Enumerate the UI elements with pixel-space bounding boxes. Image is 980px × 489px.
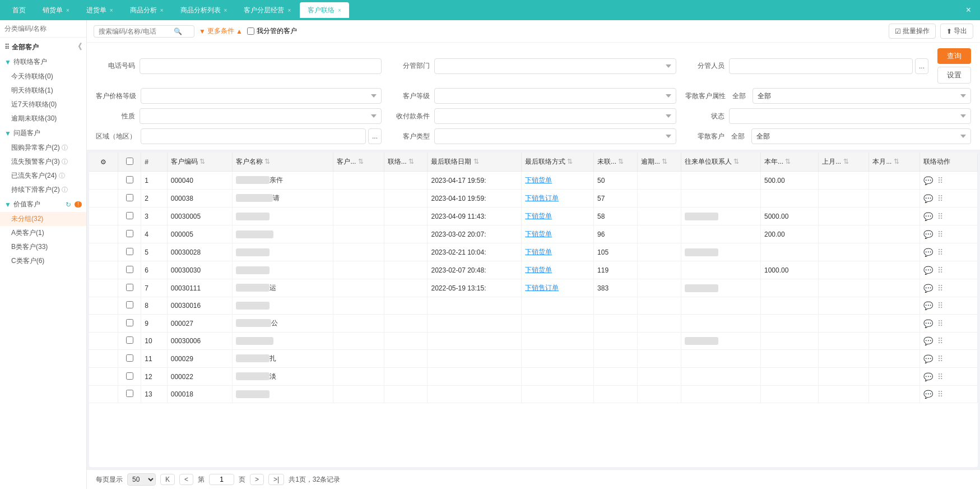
row-checkbox[interactable] (126, 390, 133, 397)
this-month-column-header[interactable]: 本月... ⇅ (869, 153, 919, 172)
sidebar-item-ungrouped[interactable]: 未分组(32) (0, 212, 86, 226)
menu-icon[interactable]: ⠿ (937, 212, 943, 221)
region-more-button[interactable]: ... (368, 128, 382, 144)
chat-icon[interactable]: 💬 (923, 372, 933, 381)
scatter-attr-select[interactable]: 全部 (753, 88, 971, 104)
chat-icon[interactable]: 💬 (923, 194, 933, 203)
price-level-select[interactable] (141, 88, 382, 104)
name-column-header[interactable]: 客户名称 ⇅ (232, 153, 333, 172)
tab-sales-order[interactable]: 销货单 × (35, 2, 77, 18)
type-column-header[interactable]: 客户... ⇅ (333, 153, 384, 172)
my-customers-checkbox-label[interactable]: 我分管的客户 (247, 26, 297, 36)
row-checkbox[interactable] (126, 319, 133, 326)
row-checkbox[interactable] (126, 301, 133, 308)
last-month-column-header[interactable]: 上月... ⇅ (819, 153, 869, 172)
last-method-link[interactable]: 下销售订单 (525, 194, 559, 202)
last-method-column-header[interactable]: 最后联络方式 ⇅ (522, 153, 594, 172)
sidebar-group-value[interactable]: ▼ 价值客户 ↻ ! (0, 197, 86, 212)
scatter-select[interactable]: 全部 (751, 128, 971, 144)
menu-icon[interactable]: ⠿ (937, 319, 943, 328)
sidebar-item-class-a[interactable]: A类客户(1) (0, 226, 86, 240)
settings-column-header[interactable]: ⚙ (89, 153, 118, 172)
last-method-link[interactable]: 下销售订单 (525, 284, 559, 292)
checkbox-cell[interactable] (118, 261, 141, 279)
checkbox-cell[interactable] (118, 386, 141, 403)
more-conditions-toggle[interactable]: ▼ 更多条件 ▲ (199, 26, 243, 36)
menu-icon[interactable]: ⠿ (937, 284, 943, 293)
row-checkbox[interactable] (126, 212, 133, 219)
row-checkbox[interactable] (126, 354, 133, 362)
prev-page-button[interactable]: < (179, 474, 193, 485)
close-icon[interactable]: × (287, 7, 291, 13)
chat-icon[interactable]: 💬 (923, 212, 933, 221)
sidebar-item-tomorrow[interactable]: 明天待联络(1) (0, 84, 86, 98)
tab-home[interactable]: 首页 (4, 2, 34, 18)
chat-icon[interactable]: 💬 (923, 319, 933, 328)
menu-icon[interactable]: ⠿ (937, 354, 943, 363)
last-method-link[interactable]: 下销货单 (525, 266, 552, 274)
sidebar-item-7days[interactable]: 近7天待联络(0) (0, 98, 86, 112)
query-button[interactable]: 查询 (937, 48, 971, 64)
search-icon[interactable]: 🔍 (174, 27, 182, 35)
row-checkbox[interactable] (126, 336, 133, 344)
chat-icon[interactable]: 💬 (923, 284, 933, 293)
menu-icon[interactable]: ⠿ (937, 176, 943, 185)
close-icon[interactable]: × (66, 7, 69, 13)
checkbox-column-header[interactable] (118, 153, 141, 172)
customer-level-select[interactable] (434, 88, 676, 104)
tab-customer-contact[interactable]: 客户联络 × (300, 2, 349, 18)
sidebar-group-pending[interactable]: ▼ 待联络客户 (0, 54, 86, 70)
checkbox-cell[interactable] (118, 243, 141, 261)
checkbox-cell[interactable] (118, 333, 141, 350)
region-input[interactable] (141, 128, 366, 144)
sidebar-item-class-c[interactable]: C类客户(6) (0, 254, 86, 268)
checkbox-cell[interactable] (118, 368, 141, 386)
search-input[interactable] (99, 27, 171, 35)
menu-icon[interactable]: ⠿ (937, 230, 943, 239)
select-all-checkbox[interactable] (126, 158, 133, 165)
first-page-button[interactable]: K (160, 474, 175, 485)
menu-icon[interactable]: ⠿ (937, 266, 943, 275)
row-checkbox[interactable] (126, 372, 133, 380)
row-checkbox[interactable] (126, 176, 133, 183)
checkbox-cell[interactable] (118, 172, 141, 190)
menu-icon[interactable]: ⠿ (937, 248, 943, 257)
reset-button[interactable]: 设置 (937, 67, 971, 84)
contact-column-header[interactable]: 联络... ⇅ (384, 153, 428, 172)
last-method-link[interactable]: 下销货单 (525, 176, 552, 184)
menu-icon[interactable]: ⠿ (937, 372, 943, 381)
export-button[interactable]: ⬆ 导出 (940, 24, 973, 39)
not-contacted-column-header[interactable]: 未联... ⇅ (594, 153, 638, 172)
row-checkbox[interactable] (126, 194, 133, 201)
checkbox-cell[interactable] (118, 190, 141, 207)
row-checkbox[interactable] (126, 248, 133, 255)
checkbox-cell[interactable] (118, 297, 141, 315)
chat-icon[interactable]: 💬 (923, 390, 933, 399)
close-icon[interactable]: × (224, 7, 227, 13)
payment-select[interactable] (434, 108, 676, 124)
customer-type-select[interactable] (434, 128, 676, 144)
page-number-input[interactable] (209, 474, 234, 485)
sidebar-item-overdue[interactable]: 逾期未联络(30) (0, 112, 86, 126)
checkbox-cell[interactable] (118, 207, 141, 225)
tab-customer-segment[interactable]: 客户分层经营 × (236, 2, 299, 18)
chat-icon[interactable]: 💬 (923, 354, 933, 363)
last-date-column-header[interactable]: 最后联络日期 ⇅ (428, 153, 522, 172)
sidebar-item-today[interactable]: 今天待联络(0) (0, 70, 86, 84)
sidebar-search-input[interactable] (4, 25, 87, 33)
close-icon[interactable]: × (110, 7, 113, 13)
row-checkbox[interactable] (126, 284, 133, 291)
chat-icon[interactable]: 💬 (923, 248, 933, 257)
overdue-column-header[interactable]: 逾期... ⇅ (637, 153, 681, 172)
menu-icon[interactable]: ⠿ (937, 194, 943, 203)
next-page-button[interactable]: > (250, 474, 264, 485)
sidebar-group-problem[interactable]: ▼ 问题客户 (0, 126, 86, 141)
sidebar-item-churn-warning[interactable]: 流失预警客户(3) ⓘ (0, 155, 86, 169)
sidebar-item-abnormal[interactable]: 囤购异常客户(2) ⓘ (0, 141, 86, 155)
this-year-column-header[interactable]: 本年... ⇅ (760, 153, 818, 172)
person-more-button[interactable]: ... (915, 58, 928, 74)
nature-select[interactable] (140, 108, 382, 124)
refresh-icon[interactable]: ↻ (66, 201, 71, 209)
menu-icon[interactable]: ⠿ (937, 336, 943, 345)
last-page-button[interactable]: >| (268, 474, 284, 485)
